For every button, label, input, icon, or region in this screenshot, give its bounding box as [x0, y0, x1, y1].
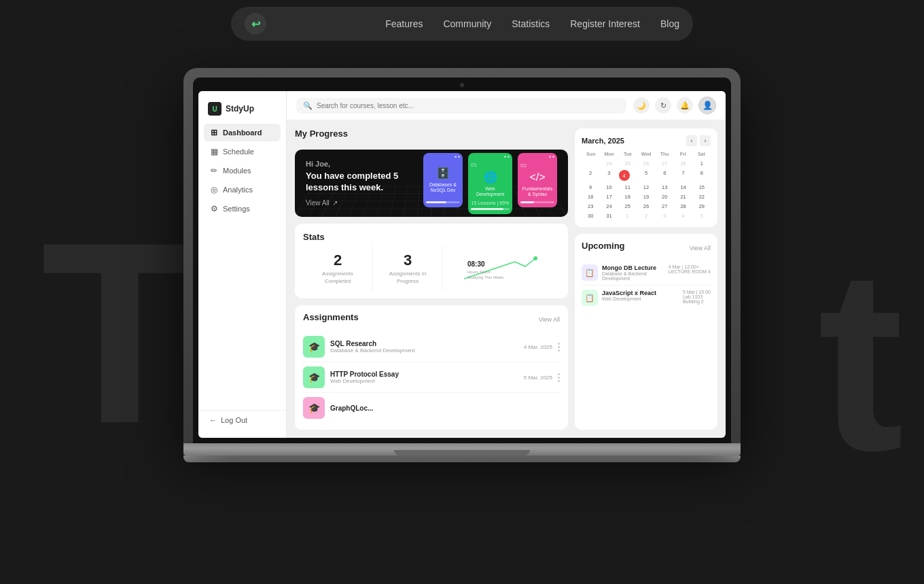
- sidebar-item-schedule[interactable]: ▦ Schedule: [204, 143, 281, 160]
- assignment-menu-sql[interactable]: [558, 343, 560, 351]
- cal-day[interactable]: 17: [600, 192, 618, 201]
- cal-day[interactable]: 25: [619, 159, 637, 168]
- assignment-icon-graphql: 🎓: [303, 397, 325, 419]
- cal-day[interactable]: 4: [674, 211, 692, 220]
- cal-day[interactable]: 12: [637, 183, 655, 192]
- cal-day[interactable]: 5: [693, 211, 711, 220]
- cal-day[interactable]: 28: [674, 159, 692, 168]
- cal-day[interactable]: 9: [582, 183, 599, 192]
- cal-day[interactable]: 26: [637, 202, 655, 211]
- stat-completed: 2 Assignments Completed: [303, 246, 373, 290]
- cal-day[interactable]: 2: [637, 211, 655, 220]
- cal-next-button[interactable]: ›: [700, 135, 711, 146]
- assignment-http[interactable]: 🎓 HTTP Protocol Essay Web Development 5 …: [303, 362, 560, 393]
- cal-day[interactable]: 2: [582, 169, 599, 182]
- stats-section: Stats 2 Assignments Completed 3: [295, 224, 568, 298]
- sidebar-item-modules[interactable]: ✏ Modules: [204, 162, 281, 179]
- nav-features[interactable]: Features: [385, 18, 423, 29]
- cal-day[interactable]: 8: [693, 169, 711, 182]
- assignment-name-sql: SQL Research: [330, 340, 518, 347]
- sidebar-label-dashboard: Dashboard: [223, 128, 262, 137]
- navbar: ↩ Features Community Statistics Register…: [231, 7, 693, 41]
- cal-day[interactable]: [582, 159, 599, 168]
- nav-community[interactable]: Community: [443, 18, 491, 29]
- cal-day[interactable]: 26: [637, 159, 655, 168]
- notifications-icon[interactable]: 🔔: [677, 97, 693, 114]
- cal-sun: Sun: [582, 152, 600, 156]
- cal-day[interactable]: 19: [637, 192, 655, 201]
- sidebar-logo-text: StdyUp: [226, 104, 254, 114]
- syntax-num: 02: [520, 162, 527, 169]
- refresh-icon[interactable]: ↻: [655, 97, 671, 114]
- cal-day[interactable]: 31: [600, 211, 618, 220]
- search-container[interactable]: 🔍: [296, 98, 626, 114]
- assignments-section: Assignments View All 🎓 SQL Research Data…: [295, 305, 568, 430]
- search-input[interactable]: [317, 102, 620, 109]
- cal-day[interactable]: 5: [637, 169, 655, 182]
- logout-icon: ←: [209, 416, 217, 424]
- cal-day[interactable]: 1: [693, 159, 711, 168]
- assignments-view-all[interactable]: View All: [539, 316, 560, 323]
- card-dot-web: [504, 156, 510, 158]
- cal-day[interactable]: 27: [656, 159, 673, 168]
- cal-day[interactable]: 30: [582, 211, 599, 220]
- laptop-screen: U StdyUp ⊞ Dashboard ▦ Schedule: [198, 91, 726, 438]
- nav-register[interactable]: Register Interest: [570, 18, 640, 29]
- assignment-graphql[interactable]: 🎓 GraphQLoc...: [303, 393, 560, 423]
- cal-day[interactable]: 11: [619, 183, 637, 192]
- cal-day[interactable]: 24: [600, 202, 618, 211]
- db-label: Databases & NoSQL Dev: [426, 182, 460, 194]
- cal-day[interactable]: 24: [600, 159, 618, 168]
- nav-statistics[interactable]: Statistics: [512, 18, 550, 29]
- cal-day[interactable]: 28: [674, 202, 692, 211]
- cal-day[interactable]: 1: [619, 211, 637, 220]
- user-avatar[interactable]: 👤: [698, 97, 716, 114]
- cal-wed: Wed: [637, 152, 655, 156]
- cal-day[interactable]: 23: [582, 202, 599, 211]
- course-card-web[interactable]: 01 🌐 Web Development 15 Lessons | 85%: [468, 153, 512, 214]
- cal-day[interactable]: 3: [656, 211, 673, 220]
- content-area: My Progress Hi Joe, You have completed 5…: [287, 120, 726, 438]
- assignment-date-sql: 4 Mar, 2025: [524, 344, 552, 350]
- cal-day-today[interactable]: 4: [619, 169, 637, 182]
- upcoming-sub-react: Web Development: [602, 296, 679, 301]
- cal-day[interactable]: 3: [600, 169, 618, 182]
- cal-day[interactable]: 16: [582, 192, 599, 201]
- cal-day[interactable]: 29: [693, 202, 711, 211]
- sidebar-item-analytics[interactable]: ◎ Analytics: [204, 181, 281, 199]
- cal-day[interactable]: 7: [674, 169, 692, 182]
- logout-button[interactable]: ← Log Out: [198, 410, 286, 430]
- sidebar-logo: U StdyUp: [198, 99, 286, 124]
- upcoming-react[interactable]: 📋 JavaScript x React Web Development 5 M…: [582, 286, 711, 310]
- sidebar-label-schedule: Schedule: [223, 148, 254, 156]
- cal-day[interactable]: 25: [619, 202, 637, 211]
- hours-chart: 08:30 Hours Spent Studying This Week: [448, 252, 554, 286]
- cal-day[interactable]: 20: [656, 192, 673, 201]
- dashboard-icon: ⊞: [209, 128, 219, 137]
- cal-day[interactable]: 13: [656, 183, 673, 192]
- assignment-menu-http[interactable]: [558, 373, 560, 382]
- course-card-db[interactable]: 🗄️ Databases & NoSQL Dev: [423, 153, 463, 207]
- cal-day[interactable]: 21: [674, 192, 692, 201]
- cal-prev-button[interactable]: ‹: [686, 135, 697, 146]
- upcoming-icon-mongo: 📋: [582, 264, 598, 281]
- upcoming-view-all[interactable]: View All: [690, 245, 711, 252]
- assignment-sql[interactable]: 🎓 SQL Research Database & Backend Develo…: [303, 332, 560, 362]
- cal-day[interactable]: 18: [619, 192, 637, 201]
- sidebar-item-settings[interactable]: ⚙ Settings: [204, 200, 281, 218]
- sidebar-item-dashboard[interactable]: ⊞ Dashboard: [204, 124, 281, 141]
- cal-day[interactable]: 14: [674, 183, 692, 192]
- cal-day[interactable]: 6: [656, 169, 673, 182]
- upcoming-header: Upcoming View All: [582, 241, 711, 255]
- cal-day[interactable]: 22: [693, 192, 711, 201]
- dark-mode-icon[interactable]: 🌙: [633, 97, 650, 114]
- course-card-syntax[interactable]: 02 </> Fundamentals & Syntax: [518, 153, 557, 207]
- upcoming-mongo[interactable]: 📋 Mongo DB Lecture Database & Backend De…: [582, 260, 711, 286]
- cal-day[interactable]: 15: [693, 183, 711, 192]
- cal-day[interactable]: 27: [656, 202, 673, 211]
- svg-point-0: [533, 256, 537, 260]
- db-progress: [426, 201, 460, 203]
- analytics-icon: ◎: [209, 185, 219, 194]
- cal-day[interactable]: 10: [600, 183, 618, 192]
- nav-blog[interactable]: Blog: [660, 18, 679, 29]
